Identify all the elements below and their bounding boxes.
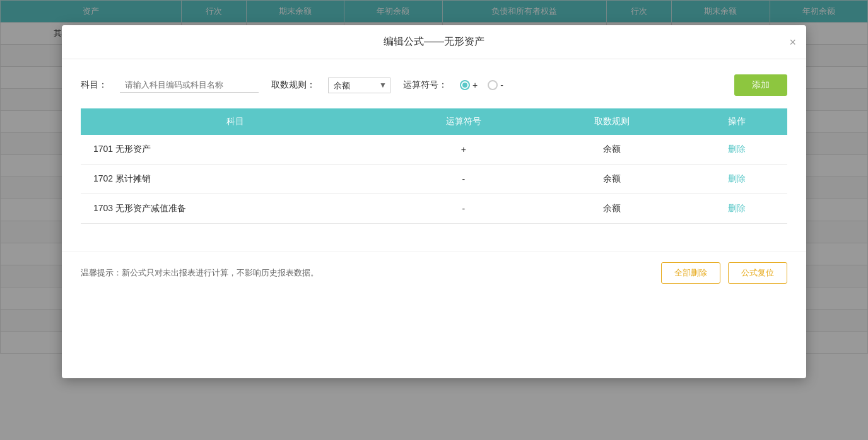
reset-button[interactable]: 公式复位	[728, 262, 787, 284]
col-subject: 科目	[81, 108, 389, 135]
operator-minus-radio[interactable]: -	[488, 80, 503, 90]
delete-button-3[interactable]: 删除	[728, 203, 746, 213]
table-row: 1702 累计摊销 - 余额 删除	[81, 165, 787, 194]
tip-text: 温馨提示：新公式只对未出报表进行计算，不影响历史报表数据。	[81, 267, 319, 279]
modal-header: 编辑公式——无形资产 ×	[62, 25, 806, 59]
radio-plus-icon	[460, 80, 470, 90]
modal-body: 科目： 取数规则： 余额 借方 贷方 借方发生额 贷方发生额 ▼ 运算符号：	[62, 59, 806, 252]
row-action-3: 删除	[686, 194, 787, 224]
col-action: 操作	[686, 108, 787, 135]
subject-label: 科目：	[81, 79, 107, 91]
delete-all-button[interactable]: 全部删除	[661, 262, 720, 284]
row-subject-1: 1701 无形资产	[81, 135, 389, 165]
subject-input[interactable]	[120, 78, 259, 93]
table-row: 1703 无形资产减值准备 - 余额 删除	[81, 194, 787, 224]
row-action-1: 删除	[686, 135, 787, 165]
operator-label: 运算符号：	[403, 79, 447, 91]
row-operator-2: -	[389, 165, 537, 194]
delete-button-1[interactable]: 删除	[728, 144, 746, 154]
operator-plus-label: +	[472, 80, 478, 90]
modal-dialog: 编辑公式——无形资产 × 科目： 取数规则： 余额 借方 贷方 借方发生额 贷方…	[62, 25, 806, 378]
footer-buttons: 全部删除 公式复位	[661, 262, 787, 284]
rule-select-wrapper: 余额 借方 贷方 借方发生额 贷方发生额 ▼	[328, 78, 390, 93]
operator-minus-label: -	[500, 80, 503, 90]
form-row: 科目： 取数规则： 余额 借方 贷方 借方发生额 贷方发生额 ▼ 运算符号：	[81, 74, 787, 96]
row-rule-3: 余额	[537, 194, 686, 224]
row-rule-1: 余额	[537, 135, 686, 165]
modal-overlay: 编辑公式——无形资产 × 科目： 取数规则： 余额 借方 贷方 借方发生额 贷方…	[0, 0, 868, 440]
col-operator: 运算符号	[389, 108, 537, 135]
modal-footer: 温馨提示：新公式只对未出报表进行计算，不影响历史报表数据。 全部删除 公式复位	[62, 252, 806, 294]
table-row: 1701 无形资产 + 余额 删除	[81, 135, 787, 165]
col-rule: 取数规则	[537, 108, 686, 135]
row-operator-1: +	[389, 135, 537, 165]
radio-minus-icon	[488, 80, 498, 90]
modal-title: 编辑公式——无形资产	[384, 36, 484, 47]
modal-close-button[interactable]: ×	[789, 37, 796, 48]
add-button[interactable]: 添加	[734, 74, 787, 96]
formula-table: 科目 运算符号 取数规则 操作 1701 无形资产 + 余额 删除 1702 累…	[81, 108, 787, 224]
rule-select[interactable]: 余额 借方 贷方 借方发生额 贷方发生额	[328, 78, 390, 93]
row-subject-3: 1703 无形资产减值准备	[81, 194, 389, 224]
row-action-2: 删除	[686, 165, 787, 194]
operator-plus-radio[interactable]: +	[460, 80, 478, 90]
row-operator-3: -	[389, 194, 537, 224]
delete-button-2[interactable]: 删除	[728, 173, 746, 183]
row-subject-2: 1702 累计摊销	[81, 165, 389, 194]
rule-label: 取数规则：	[271, 79, 315, 91]
row-rule-2: 余额	[537, 165, 686, 194]
operator-radio-group: + -	[460, 80, 503, 90]
